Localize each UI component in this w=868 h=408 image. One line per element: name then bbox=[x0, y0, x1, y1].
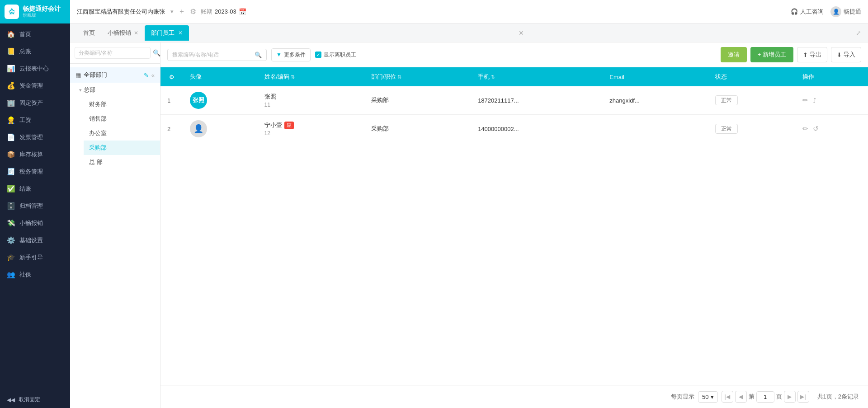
emp-search-icon[interactable]: 🔍 bbox=[255, 52, 262, 58]
calendar-icon[interactable]: 📅 bbox=[239, 8, 246, 15]
app-version: 旗舰版 bbox=[23, 12, 61, 19]
sidebar-item-funds[interactable]: 💰 资金管理 bbox=[0, 77, 70, 94]
support-label: 人工咨询 bbox=[800, 8, 824, 16]
tab-dept-label: 部门员工 bbox=[151, 29, 175, 37]
import-button[interactable]: ⬇ 导入 bbox=[831, 47, 861, 62]
sidebar-item-ledger[interactable]: 📒 总账 bbox=[0, 43, 70, 60]
tab-maximize-icon[interactable]: ⤢ bbox=[856, 29, 861, 37]
tab-close-window[interactable]: ✕ bbox=[519, 29, 524, 37]
dept-item-sales[interactable]: 销售部 bbox=[84, 112, 160, 126]
tab-home-label: 首页 bbox=[83, 29, 95, 37]
add-company-icon[interactable]: ＋ bbox=[178, 7, 185, 16]
col-status: 状态 bbox=[708, 67, 796, 86]
import-icon: ⬇ bbox=[837, 52, 842, 58]
tabs-bar: 首页 小畅报销 ✕ 部门员工 ✕ ✕ ⤢ bbox=[70, 23, 868, 42]
per-page-label: 每页显示 bbox=[671, 393, 694, 401]
sidebar-item-inventory[interactable]: 📦 库存核算 bbox=[0, 146, 70, 163]
emp-filter-btn[interactable]: ▼ 更多条件 bbox=[271, 48, 311, 61]
filter-label: 更多条件 bbox=[284, 51, 306, 59]
refresh-icon[interactable]: ↺ bbox=[813, 125, 819, 133]
col-name[interactable]: 姓名/编码 bbox=[258, 67, 364, 86]
support-button[interactable]: 🎧 人工咨询 bbox=[791, 8, 824, 16]
per-page-select[interactable]: 50 ▾ bbox=[698, 391, 717, 403]
col-dept[interactable]: 部门/职位 bbox=[364, 67, 471, 86]
row-actions: ✏ ⤴ bbox=[796, 86, 868, 115]
invite-button[interactable]: 邀请 bbox=[721, 47, 747, 62]
dept-all-item[interactable]: ▦ 全部部门 ✎ « bbox=[70, 67, 160, 83]
app-icon: 会 bbox=[5, 5, 19, 19]
emp-search-input[interactable] bbox=[172, 52, 252, 58]
sidebar-item-checkout[interactable]: ✅ 结账 bbox=[0, 180, 70, 197]
row-email bbox=[603, 115, 708, 143]
sidebar-item-home[interactable]: 🏠 首页 bbox=[0, 26, 70, 43]
add-employee-button[interactable]: + 新增员工 bbox=[750, 47, 793, 62]
show-resigned-toggle[interactable]: ✓ 显示离职员工 bbox=[315, 51, 356, 59]
sidebar-item-assets[interactable]: 🏢 固定资产 bbox=[0, 94, 70, 112]
social-icon: 👥 bbox=[7, 271, 15, 279]
sidebar-item-salary[interactable]: 👷 工资 bbox=[0, 112, 70, 129]
tab-home[interactable]: 首页 bbox=[77, 25, 101, 41]
sidebar-unpin[interactable]: ◀◀ 取消固定 bbox=[0, 391, 70, 408]
unpin-label: 取消固定 bbox=[19, 396, 40, 403]
table-row: 1 张照 张照 11 采购部 18720211117 bbox=[160, 86, 868, 115]
employee-table-container: ⚙ 头像 姓名/编码 部门/职位 手机 Email 状态 操作 1 bbox=[160, 67, 868, 385]
tab-expense[interactable]: 小畅报销 ✕ bbox=[101, 25, 145, 41]
page-prev-btn[interactable]: ◀ bbox=[735, 391, 747, 403]
salary-icon: 👷 bbox=[7, 116, 15, 124]
app-title: 畅捷通好会计 bbox=[23, 5, 61, 13]
export-button[interactable]: ⬆ 导出 bbox=[797, 47, 827, 62]
dept-collapse-icon[interactable]: « bbox=[151, 72, 155, 79]
col-settings[interactable]: ⚙ bbox=[160, 67, 183, 86]
dept-sub-list: 财务部 销售部 办公室 采购部 总 部 bbox=[70, 97, 160, 169]
page-label: 第 bbox=[749, 393, 755, 401]
headset-icon: 🎧 bbox=[791, 8, 798, 15]
col-phone[interactable]: 手机 bbox=[471, 67, 603, 86]
dept-group-name[interactable]: 总部 bbox=[70, 83, 160, 97]
sidebar-item-label: 固定资产 bbox=[19, 99, 43, 107]
sidebar-item-invoice[interactable]: 📄 发票管理 bbox=[0, 129, 70, 146]
sidebar-item-label: 云报表中心 bbox=[19, 65, 49, 73]
user-menu[interactable]: 👤 畅捷通 bbox=[830, 6, 861, 17]
resigned-checkbox[interactable]: ✓ bbox=[315, 52, 321, 58]
sidebar-item-label: 新手引导 bbox=[19, 253, 43, 262]
dept-item-general[interactable]: 总 部 bbox=[84, 155, 160, 169]
dept-edit-icon[interactable]: ✎ bbox=[144, 72, 149, 79]
per-page-dropdown-icon: ▾ bbox=[711, 394, 714, 400]
logout-icon[interactable]: ⤴ bbox=[813, 97, 816, 104]
dept-item-finance[interactable]: 财务部 bbox=[84, 97, 160, 112]
tab-dept[interactable]: 部门员工 ✕ bbox=[145, 25, 189, 41]
page-first-btn[interactable]: |◀ bbox=[722, 391, 733, 403]
sidebar-item-settings[interactable]: ⚙️ 基础设置 bbox=[0, 232, 70, 249]
page-next-btn[interactable]: ▶ bbox=[784, 391, 796, 403]
edit-icon[interactable]: ✏ bbox=[802, 125, 808, 133]
import-label: 导入 bbox=[844, 51, 855, 59]
row-dept: 采购部 bbox=[364, 86, 471, 115]
tab-expense-close[interactable]: ✕ bbox=[134, 30, 138, 36]
page-input[interactable] bbox=[756, 391, 774, 403]
sidebar-item-social[interactable]: 👥 社保 bbox=[0, 266, 70, 283]
tab-expense-label: 小畅报销 bbox=[108, 29, 131, 37]
employee-name: 宁小壹 bbox=[264, 121, 282, 129]
sidebar-item-reports[interactable]: 📊 云报表中心 bbox=[0, 60, 70, 77]
employee-name: 张照 bbox=[264, 93, 358, 101]
page-last-btn[interactable]: ▶| bbox=[797, 391, 809, 403]
dept-item-office[interactable]: 办公室 bbox=[84, 126, 160, 141]
company-dropdown-icon[interactable]: ▾ bbox=[170, 8, 174, 15]
sidebar-item-expense[interactable]: 💸 小畅报销 bbox=[0, 215, 70, 232]
reports-icon: 📊 bbox=[7, 65, 15, 73]
topbar-settings-icon[interactable]: ⚙ bbox=[190, 7, 196, 16]
dept-item-purchase[interactable]: 采购部 bbox=[84, 141, 160, 155]
dept-search-input[interactable] bbox=[75, 47, 151, 59]
dept-search-icon[interactable]: 🔍 bbox=[153, 49, 160, 56]
sidebar-item-label: 小畅报销 bbox=[19, 219, 43, 227]
sidebar-item-tax[interactable]: 🧾 税务管理 bbox=[0, 163, 70, 180]
employee-panel: 🔍 ▼ 更多条件 ✓ 显示离职员工 邀请 + 新增员工 ⬆ 导出 bbox=[160, 42, 868, 408]
per-page-value: 50 bbox=[702, 394, 708, 400]
col-email: Email bbox=[603, 67, 708, 86]
sidebar-item-archive[interactable]: 🗄️ 归档管理 bbox=[0, 197, 70, 215]
sidebar-item-label: 首页 bbox=[19, 30, 31, 38]
edit-icon[interactable]: ✏ bbox=[802, 96, 808, 104]
row-phone: 14000000002... bbox=[471, 115, 603, 143]
sidebar-item-guide[interactable]: 🎓 新手引导 bbox=[0, 249, 70, 266]
tab-dept-close[interactable]: ✕ bbox=[178, 30, 183, 36]
